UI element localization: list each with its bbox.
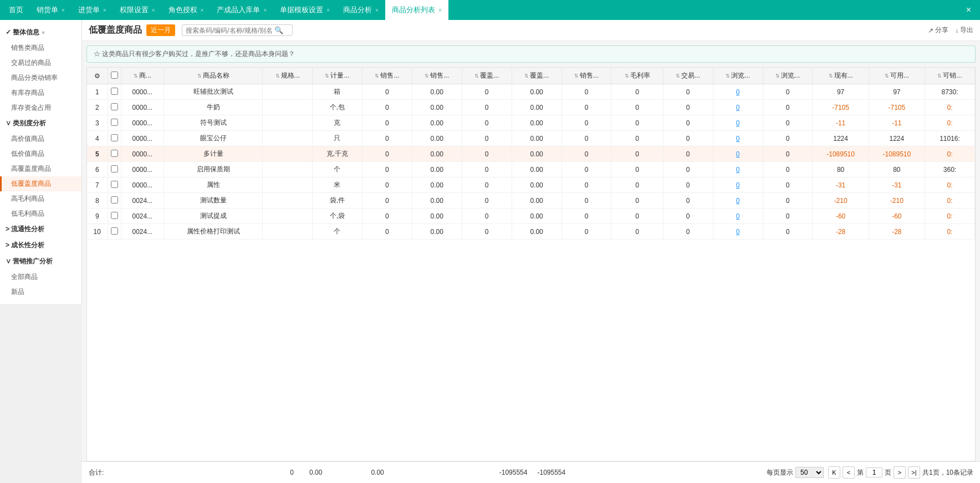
nav-goods-analysis-close[interactable]: × (375, 7, 379, 13)
row-checkbox[interactable] (108, 146, 121, 162)
row-b1[interactable]: 0 (713, 224, 763, 240)
window-close-button[interactable]: × (959, 5, 978, 15)
per-page-select[interactable]: 50 100 200 (795, 467, 824, 478)
row-no: 9 (87, 209, 108, 224)
sidebar-section-liquidity[interactable]: > 流通性分析 (0, 221, 81, 237)
row-b1[interactable]: 0 (713, 209, 763, 224)
row-checkbox[interactable] (108, 162, 121, 177)
row-b1[interactable]: 0 (713, 177, 763, 193)
row-available: -1089510 (869, 146, 925, 162)
row-current: 1224 (813, 131, 869, 146)
sidebar-item-new-goods[interactable]: 新品 (0, 284, 81, 299)
sidebar-item-sales-goods[interactable]: 销售类商品 (0, 40, 81, 55)
nav-roles-close[interactable]: × (201, 7, 204, 13)
prev-page-button[interactable]: < (843, 466, 855, 479)
row-checkbox[interactable] (108, 193, 121, 209)
nav-purchase[interactable]: 进货单 × (72, 0, 113, 20)
content-area: 低覆盖度商品 近一月 🔍 ↗ 分享 ↓ 导出 ☆ 这类商品只有很少客户购买过，是… (82, 20, 980, 483)
row-b1[interactable]: 0 (713, 131, 763, 146)
row-b1[interactable]: 0 (713, 162, 763, 177)
sidebar-section-overall[interactable]: ✓ 整体信息 « (0, 24, 81, 40)
nav-goods-analysis-list[interactable]: 商品分析列表 × (385, 0, 448, 20)
share-button[interactable]: ↗ 分享 (928, 26, 948, 35)
row-checkbox[interactable] (108, 209, 121, 224)
sidebar-item-traded-goods[interactable]: 交易过的商品 (0, 55, 81, 70)
row-checkbox[interactable] (108, 84, 121, 100)
time-filter-button[interactable]: 近一月 (146, 24, 175, 36)
sidebar-item-in-stock[interactable]: 有库存商品 (0, 85, 81, 100)
row-c1: 0 (462, 84, 512, 100)
row-b2: 0 (763, 177, 813, 193)
per-page-selector: 每页显示 50 100 200 (767, 467, 824, 478)
row-current: -28 (813, 224, 869, 240)
nav-production[interactable]: 产成品入库单 × (210, 0, 273, 20)
sidebar-item-low-coverage[interactable]: 低覆盖度商品 (0, 176, 81, 191)
row-code: 0000... (121, 131, 164, 146)
select-all-checkbox[interactable] (111, 72, 118, 79)
row-margin: 0 (611, 100, 663, 115)
row-checkbox[interactable] (108, 115, 121, 131)
export-button[interactable]: ↓ 导出 (955, 26, 973, 35)
nav-goods-analysis[interactable]: 商品分析 × (336, 0, 385, 20)
summary-s2: 0.00 (309, 469, 322, 476)
sidebar-item-stock-funds[interactable]: 库存资金占用 (0, 100, 81, 115)
row-b2: 0 (763, 84, 813, 100)
nav-sales-close[interactable]: × (62, 7, 65, 13)
row-b1[interactable]: 0 (713, 146, 763, 162)
row-spec (263, 193, 313, 209)
row-trade: 0 (663, 146, 713, 162)
first-page-button[interactable]: K (828, 466, 840, 479)
nav-template-close[interactable]: × (326, 7, 330, 13)
row-b1[interactable]: 0 (713, 100, 763, 115)
nav-permissions[interactable]: 权限设置 × (113, 0, 162, 20)
sidebar-section-category[interactable]: ∨ 类别度分析 (0, 115, 81, 131)
nav-permissions-close[interactable]: × (152, 7, 155, 13)
row-b1[interactable]: 0 (713, 193, 763, 209)
row-checkbox[interactable] (108, 100, 121, 115)
row-c1: 0 (462, 146, 512, 162)
sidebar-item-high-margin[interactable]: 高毛利商品 (0, 191, 81, 206)
search-input[interactable] (186, 27, 274, 34)
search-icon[interactable]: 🔍 (274, 26, 283, 34)
last-page-button[interactable]: >| (908, 466, 920, 479)
sidebar-item-low-value[interactable]: 低价值商品 (0, 146, 81, 161)
sidebar-item-high-coverage[interactable]: 高覆盖度商品 (0, 161, 81, 176)
row-checkbox[interactable] (108, 224, 121, 240)
row-current: -11 (813, 115, 869, 131)
row-checkbox[interactable] (108, 131, 121, 146)
sidebar-section-growth[interactable]: > 成长性分析 (0, 237, 81, 253)
sidebar-section-marketing[interactable]: ∨ 营销推广分析 (0, 253, 81, 270)
row-code: 0000... (121, 84, 164, 100)
row-unit: 克 (313, 115, 363, 131)
row-margin: 0 (611, 177, 663, 193)
row-s2: 0.00 (412, 193, 462, 209)
nav-roles[interactable]: 角色授权 × (162, 0, 211, 20)
nav-purchase-close[interactable]: × (103, 7, 106, 13)
nav-sales[interactable]: 销货单 × (30, 0, 72, 20)
th-checkbox[interactable] (108, 68, 121, 84)
sidebar-item-low-margin[interactable]: 低毛利商品 (0, 206, 81, 221)
row-margin: 0 (611, 224, 663, 240)
row-checkbox[interactable] (108, 177, 121, 193)
row-c2: 0.00 (512, 100, 562, 115)
sidebar-item-high-value[interactable]: 高价值商品 (0, 131, 81, 146)
table-container: ⚙ ⇅商... ⇅商品名称 ⇅规格... (86, 67, 976, 461)
nav-home[interactable]: 首页 (2, 0, 30, 20)
row-b1[interactable]: 0 (713, 115, 763, 131)
data-table: ⚙ ⇅商... ⇅商品名称 ⇅规格... (87, 68, 975, 240)
row-s2: 0.00 (412, 162, 462, 177)
sidebar-item-category-rate[interactable]: 商品分类动销率 (0, 70, 81, 85)
row-no: 3 (87, 115, 108, 131)
table-row: 1 0000... 旺辅批次测试 箱 0 0.00 0 0.00 0 0 0 0… (87, 84, 975, 100)
row-s3: 0 (562, 224, 611, 240)
sidebar-item-all-goods[interactable]: 全部商品 (0, 270, 81, 284)
row-b1[interactable]: 0 (713, 84, 763, 100)
nav-production-close[interactable]: × (263, 7, 267, 13)
th-settings[interactable]: ⚙ (87, 68, 108, 84)
nav-template[interactable]: 单据模板设置 × (273, 0, 336, 20)
next-page-button[interactable]: > (894, 466, 906, 479)
nav-goods-analysis-list-close[interactable]: × (438, 7, 442, 13)
row-name: 测试数量 (164, 193, 263, 209)
row-s3: 0 (562, 162, 611, 177)
page-number-input[interactable] (866, 467, 882, 477)
